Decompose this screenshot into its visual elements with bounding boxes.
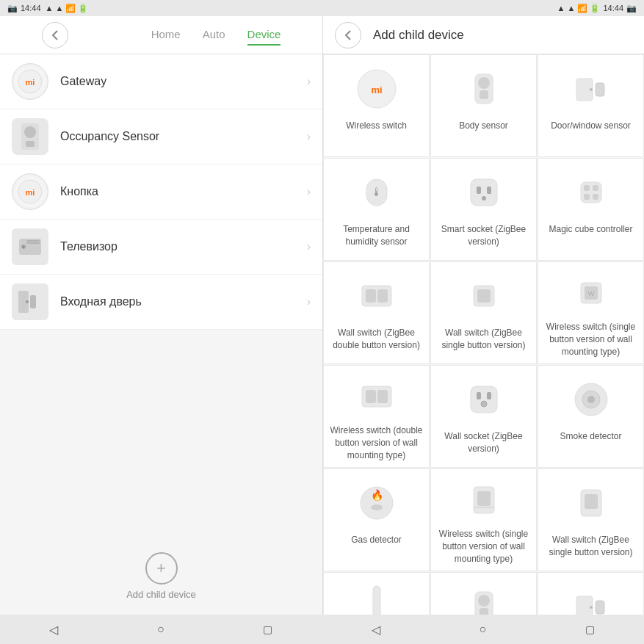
- grid-item-temp-humidity[interactable]: 🌡 Temperature and humidity sensor: [323, 158, 430, 261]
- add-child-icon: +: [145, 552, 178, 585]
- right-panel: Add child device mi Wireless switch: [323, 16, 644, 615]
- grid-item-door-window[interactable]: Door/window sensor: [538, 54, 644, 157]
- grid-label-body-sensor: Body sensor: [459, 120, 508, 132]
- svg-rect-35: [366, 289, 376, 303]
- svg-rect-38: [477, 289, 491, 303]
- grid-label-gas-detector: Gas detector: [351, 534, 402, 546]
- nav-back-right[interactable]: ◁: [372, 623, 380, 637]
- status-bar: 📷 14:44 ▲ ▲ 📶 🔋 ▲ ▲ 📶 🔋 14:44 📷: [0, 0, 644, 16]
- svg-rect-21: [596, 83, 604, 96]
- svg-rect-45: [471, 386, 497, 413]
- device-name-occupancy: Occupancy Sensor: [60, 130, 307, 143]
- grid-item-gas-detector[interactable]: 🔥 Gas detector: [323, 468, 430, 571]
- svg-text:W: W: [587, 290, 594, 297]
- device-item-gateway[interactable]: mi Gateway ›: [0, 54, 322, 109]
- grid-icon-door-window: [568, 65, 615, 112]
- grid-icon-wireless-switch: mi: [353, 65, 400, 112]
- status-icon-left: 📷: [7, 4, 18, 13]
- add-child-label: Add child device: [126, 589, 196, 600]
- left-header: Home Auto Device: [0, 16, 322, 54]
- grid-item-wall-single[interactable]: Wall switch (ZigBee single button versio…: [430, 261, 537, 364]
- grid-item-wall-double[interactable]: Wall switch (ZigBee double button versio…: [323, 261, 430, 364]
- svg-rect-44: [377, 390, 388, 403]
- grid-item-wireless-wall-double[interactable]: Wireless switch (double button version o…: [323, 365, 430, 468]
- grid-label-wireless-single-wall2: Wireless switch (single button version o…: [437, 528, 530, 565]
- nav-home-right[interactable]: ○: [479, 623, 486, 636]
- grid-label-wireless-wall-single: Wireless switch (single button version o…: [544, 321, 637, 358]
- device-icon-entrance: [12, 283, 48, 320]
- grid-icon-temp-humidity: 🌡: [353, 169, 400, 216]
- nav-back-left[interactable]: ◁: [49, 623, 58, 637]
- svg-rect-30: [584, 185, 590, 191]
- svg-rect-3: [24, 126, 36, 138]
- grid-item-wall-socket[interactable]: Wall socket (ZigBee version): [430, 365, 537, 468]
- device-icon-televizor: [12, 228, 48, 265]
- svg-rect-31: [593, 185, 598, 191]
- grid-item-smart-socket[interactable]: Smart socket (ZigBee version): [430, 158, 537, 261]
- grid-icon-wireless-wall-single: W: [568, 272, 615, 314]
- device-item-televizor[interactable]: Телевизор ›: [0, 220, 322, 275]
- tab-home[interactable]: Home: [151, 24, 181, 46]
- grid-label-wireless-wall-double: Wireless switch (double button version o…: [330, 424, 423, 461]
- grid-label-wall-single: Wall switch (ZigBee single button versio…: [437, 327, 530, 352]
- nav-home-left[interactable]: ○: [157, 623, 164, 636]
- grid-item-tall-device[interactable]: [323, 572, 430, 615]
- grid-item-magic-cube[interactable]: Magic cube controller: [538, 158, 644, 261]
- grid-item-wall-single2[interactable]: Wall switch (ZigBee single button versio…: [538, 468, 644, 571]
- grid-item-door-sensor2[interactable]: [538, 572, 644, 615]
- bottom-nav-right: ◁ ○ ▢: [322, 615, 645, 644]
- grid-label-wall-socket: Wall socket (ZigBee version): [437, 430, 530, 455]
- svg-rect-46: [477, 392, 481, 399]
- device-name-televizor: Телевизор: [60, 240, 307, 253]
- add-child-device-button[interactable]: + Add child device: [0, 538, 322, 615]
- grid-icon-body-sensor: [460, 65, 507, 112]
- grid-label-smart-socket: Smart socket (ZigBee version): [437, 223, 530, 248]
- status-time-left: 14:44: [21, 4, 41, 12]
- svg-rect-29: [581, 182, 601, 203]
- grid-icon-wireless-wall-double: [353, 376, 400, 417]
- svg-text:mi: mi: [26, 78, 35, 87]
- tab-device[interactable]: Device: [247, 24, 281, 46]
- tab-auto[interactable]: Auto: [203, 24, 225, 46]
- device-icon-occupancy: [12, 118, 48, 155]
- right-back-button[interactable]: [335, 22, 361, 48]
- grid-item-body-sensor2[interactable]: [430, 572, 537, 615]
- svg-rect-59: [585, 494, 598, 509]
- device-name-entrance: Входная дверь: [60, 295, 307, 308]
- left-back-button[interactable]: [42, 22, 68, 48]
- svg-rect-4: [26, 141, 35, 147]
- device-name-knopka: Кнопка: [60, 185, 307, 198]
- svg-rect-43: [366, 390, 376, 403]
- grid-icon-wall-single: [460, 272, 507, 319]
- device-arrow-knopka: ›: [307, 185, 311, 198]
- device-item-entrance[interactable]: Входная дверь ›: [0, 275, 322, 330]
- svg-rect-47: [487, 392, 491, 399]
- device-item-occupancy[interactable]: Occupancy Sensor ›: [0, 109, 322, 164]
- svg-rect-65: [596, 601, 604, 614]
- grid-label-magic-cube: Magic cube controller: [549, 223, 632, 236]
- grid-item-wireless-wall-single[interactable]: W Wireless switch (single button version…: [538, 261, 644, 364]
- status-bar-left: 📷 14:44 ▲ ▲ 📶 🔋: [0, 0, 322, 16]
- grid-label-wireless-switch: Wireless switch: [346, 120, 407, 132]
- svg-text:mi: mi: [26, 188, 35, 197]
- svg-rect-26: [477, 187, 481, 194]
- nav-recent-right[interactable]: ▢: [585, 623, 595, 635]
- bottom-navigation: ◁ ○ ▢ ◁ ○ ▢: [0, 615, 644, 644]
- main-panels: Home Auto Device mi Gateway ›: [0, 16, 644, 615]
- grid-icon-smart-socket: [460, 169, 507, 216]
- svg-rect-36: [377, 289, 388, 303]
- grid-item-body-sensor[interactable]: Body sensor: [430, 54, 537, 157]
- svg-text:🔥: 🔥: [370, 489, 383, 502]
- device-arrow-entrance: ›: [307, 295, 311, 308]
- grid-item-smoke-detector[interactable]: Smoke detector: [538, 365, 644, 468]
- nav-recent-left[interactable]: ▢: [263, 623, 272, 635]
- device-item-knopka[interactable]: mi Кнопка ›: [0, 164, 322, 220]
- left-nav-tabs: Home Auto Device: [151, 24, 281, 46]
- svg-rect-56: [477, 491, 491, 506]
- svg-point-9: [23, 246, 25, 248]
- svg-rect-18: [478, 77, 490, 89]
- grid-item-wireless-switch[interactable]: mi Wireless switch: [323, 54, 430, 157]
- grid-icon-wireless-single-wall2: [460, 480, 507, 521]
- svg-point-14: [26, 300, 29, 303]
- grid-item-wireless-single-wall2[interactable]: Wireless switch (single button version o…: [430, 468, 537, 571]
